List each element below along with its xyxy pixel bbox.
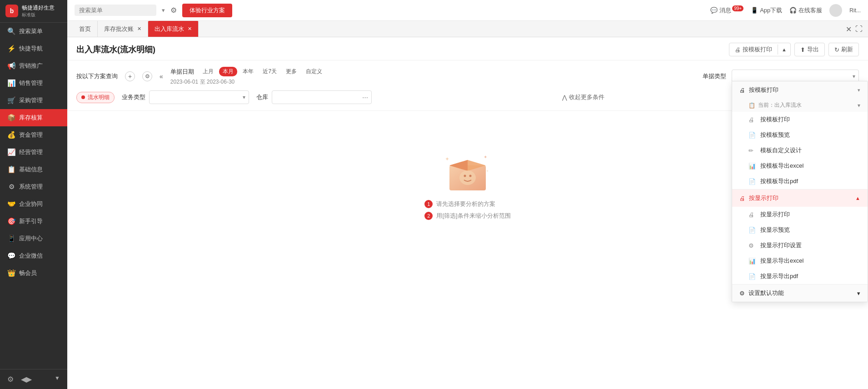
set-default-icon: ⚙ [739,290,745,297]
sidebar-item-basic[interactable]: 📋 基础信息 [0,161,67,178]
maximize-window-btn[interactable]: ⛶ [855,25,863,33]
sidebar-item-label: 搜索菜单 [19,27,43,35]
sidebar-item-system[interactable]: ⚙ 系统管理 [0,178,67,195]
date-tab-this-month[interactable]: 本月 [219,67,237,76]
sidebar-item-guide[interactable]: 🎯 新手引导 [0,213,67,230]
template-print-section: 🖨 按模板打印 ▾ 📋 当前：出入库流水 ▾ 🖨 [732,81,868,190]
svg-point-5 [469,175,472,177]
display-export-excel-item[interactable]: 📊 按显示导出excel [732,253,868,269]
template-print-item[interactable]: 🖨 按模板打印 [732,112,868,127]
template-export-excel-icon: 📊 [748,163,756,170]
date-tab-more[interactable]: 更多 [282,67,300,76]
date-tab-last-month[interactable]: 上月 [199,67,217,76]
display-print-chevron: ▲ [855,195,860,201]
scroll-down-btn[interactable]: ▼ [55,375,60,384]
sidebar-settings-icon[interactable]: ⚙ [7,375,14,384]
tab-batch-account-close[interactable]: ✕ [137,26,141,32]
enterprise-icon: 🤝 [7,200,15,208]
tab-home[interactable]: 首页 [73,21,98,37]
refresh-btn[interactable]: ↻ 刷新 [828,43,859,56]
date-tab-this-year[interactable]: 本年 [239,67,257,76]
display-print-item-icon: 🖨 [748,211,756,218]
flow-tag[interactable]: 流水明细 [76,92,115,103]
close-window-btn[interactable]: ✕ [846,25,852,33]
export-btn[interactable]: ⬆ 导出 [794,43,825,56]
template-print-icon: 🖨 [739,87,745,94]
business-type-input[interactable] [149,90,249,104]
flow-tag-label: 流水明细 [88,94,110,101]
search-input[interactable] [75,5,156,16]
display-print-settings-item[interactable]: ⚙ 按显示打印设置 [732,238,868,253]
filter-collapse-btn[interactable]: « [160,73,163,80]
display-export-excel-icon: 📊 [748,258,756,264]
display-print-title: 🖨 按显示打印 [739,194,778,202]
display-print-section: 🖨 按显示打印 ▲ 🖨 按显示打印 📄 按显示预览 ⚙ [732,190,868,284]
filter-settings-btn[interactable]: ⚙ [142,71,152,81]
sidebar-item-sales[interactable]: 📊 销售管理 [0,75,67,92]
trial-button[interactable]: 体验行业方案 [182,4,232,17]
template-export-excel-item[interactable]: 📊 按模板导出excel [732,158,868,174]
sidebar-item-label: 企业协同 [19,200,43,208]
sidebar-scroll: 🔍 搜索菜单 ⚡ 快捷导航 📢 营销推广 📊 销售管理 🛒 采购管理 📦 库存核… [0,23,67,369]
sidebar-item-label: 应用中心 [19,234,43,243]
warehouse-input[interactable] [272,90,372,104]
sidebar-item-inventory[interactable]: 📦 库存核算 [0,109,67,126]
sidebar-collapse-icon[interactable]: ◀▶ [21,375,32,384]
sidebar-item-label: 经营管理 [19,148,43,156]
sidebar-item-enterprise[interactable]: 🤝 企业协同 [0,195,67,213]
display-print-item[interactable]: 🖨 按显示打印 [732,207,868,222]
message-badge: 99+ [732,5,743,11]
logo-icon: b [5,5,18,17]
app-download-btn[interactable]: 📱 App下载 [751,6,782,15]
template-print-btn[interactable]: 🖨 按模板打印 [729,43,778,56]
topbar-dropdown-icon[interactable]: ▾ [162,7,165,14]
template-print-section-header[interactable]: 🖨 按模板打印 ▾ [732,81,868,99]
current-template-row: 📋 当前：出入库流水 ▾ [732,99,868,112]
sidebar-item-operations[interactable]: 📈 经营管理 [0,144,67,161]
display-preview-icon: 📄 [748,227,756,234]
tip-item-1: 1 请先选择要分析的方案 [424,200,510,208]
sidebar-item-purchase[interactable]: 🛒 采购管理 [0,92,67,109]
display-print-section-header[interactable]: 🖨 按显示打印 ▲ [732,190,868,207]
filter-add-btn[interactable]: + [125,71,135,81]
system-icon: ⚙ [7,183,15,191]
sidebar-item-quick-nav[interactable]: ⚡ 快捷导航 [0,40,67,57]
tab-flow-close[interactable]: ✕ [188,26,192,32]
sidebar-item-finance[interactable]: 💰 资金管理 [0,126,67,144]
window-controls: ✕ ⛶ [846,25,863,33]
wechat-icon: 💬 [7,252,15,260]
sidebar-item-marketing[interactable]: 📢 营销推广 [0,57,67,75]
search-icon: 🔍 [7,27,15,35]
svg-text:✦: ✦ [445,156,449,162]
warehouse-field: 仓库 ⋯ [256,90,372,104]
print-dropdown-btn[interactable]: ▲ [778,45,790,55]
tab-flow[interactable]: 出入库流水 ✕ [148,21,199,37]
online-service-btn[interactable]: 🎧 在线客服 [789,6,822,15]
sidebar-item-label: 新手引导 [19,217,43,225]
template-custom-item[interactable]: ✏ 模板自定义设计 [732,143,868,158]
sidebar-item-search[interactable]: 🔍 搜索菜单 [0,23,67,40]
sidebar-item-apps[interactable]: 📱 应用中心 [0,230,67,247]
template-preview-item[interactable]: 📄 按模板预览 [732,127,868,143]
sidebar-item-label: 营销推广 [19,62,43,70]
set-default-footer[interactable]: ⚙ 设置默认功能 ▾ [732,284,868,302]
display-export-pdf-item[interactable]: 📄 按显示导出pdf [732,269,868,284]
sidebar-item-member[interactable]: 👑 畅会员 [0,264,67,282]
template-export-pdf-item[interactable]: 📄 按模板导出pdf [732,174,868,189]
tip-text-2: 用[筛选]条件来缩小分析范围 [436,212,510,220]
topbar: ▾ ⚙ 体验行业方案 💬 消息 99+ 📱 App下载 🎧 在线客服 Rit..… [67,0,868,21]
display-preview-item[interactable]: 📄 按显示预览 [732,222,868,238]
template-print-title: 🖨 按模板打印 [739,86,778,94]
tab-batch-account[interactable]: 库存批次账 ✕ [98,21,148,37]
sidebar: b 畅捷通好生意 标准版 🔍 搜索菜单 ⚡ 快捷导航 📢 营销推广 📊 销售管理… [0,0,67,389]
date-tab-last-7[interactable]: 近7天 [259,67,280,76]
business-type-field: 业务类型 ▾ [122,90,249,104]
message-btn[interactable]: 💬 消息 99+ [710,6,743,15]
tabbar: 首页 库存批次账 ✕ 出入库流水 ✕ ✕ ⛶ [67,21,868,37]
date-tab-custom[interactable]: 自定义 [302,67,326,76]
sidebar-item-wechat[interactable]: 💬 企业微信 [0,247,67,264]
collapse-more-btn[interactable]: ⋀ 收起更多条件 [562,93,604,101]
user-name: Rit... [849,7,861,14]
user-avatar[interactable] [829,4,842,17]
topbar-gear-icon[interactable]: ⚙ [170,6,177,15]
